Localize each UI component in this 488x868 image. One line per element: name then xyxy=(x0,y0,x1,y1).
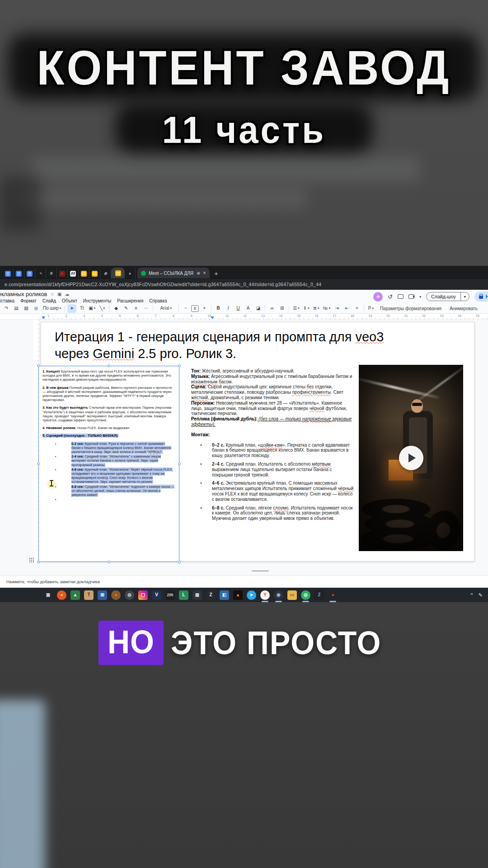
move-folder-icon[interactable]: ▣ xyxy=(57,292,61,297)
pinned-tab-s-app[interactable]: S xyxy=(46,269,57,278)
menu-инструменты[interactable]: Инструменты xyxy=(83,298,111,303)
pinned-tab-docs-1[interactable] xyxy=(3,269,14,278)
taskbar-zoom-icon[interactable]: zm xyxy=(165,590,175,600)
tray-chevron-icon[interactable]: ^ xyxy=(471,592,473,598)
slideshow-button[interactable]: Слайд-шоу ▾ xyxy=(426,292,469,301)
font-size-increase-button[interactable]: + xyxy=(200,304,209,313)
format-options-button[interactable]: Параметры форматирования xyxy=(376,306,445,311)
taskbar-disc-app-icon[interactable]: ◎ xyxy=(301,590,310,600)
resize-handle[interactable] xyxy=(108,364,110,367)
insert-comment-button[interactable]: ⊞ xyxy=(277,304,286,313)
taskbar-instagram-icon[interactable]: ▢ xyxy=(138,590,148,600)
taskbar-blue-tiles-app-icon[interactable]: ⊞ xyxy=(98,590,107,600)
clear-formatting-button[interactable]: × xyxy=(352,304,361,313)
pinned-tab-red-app[interactable]: ▪ xyxy=(57,269,68,278)
text-box-button[interactable]: Tt xyxy=(77,304,86,313)
border-color-button[interactable]: ✎ xyxy=(122,304,131,313)
formatting-menu-button[interactable]: P▾ xyxy=(366,304,375,313)
pinned-tab-globe-app[interactable]: ◍ xyxy=(100,269,111,278)
taskbar-globe-app-icon[interactable]: ◍ xyxy=(125,590,134,600)
italic-button[interactable]: I xyxy=(224,304,233,313)
numbered-list-button[interactable]: №▾ xyxy=(322,304,332,313)
paint-format-button[interactable]: ▧ xyxy=(22,304,31,313)
taskbar-yandex-browser-icon[interactable]: Y xyxy=(260,590,270,600)
line-spacing-button[interactable]: ⇕▾ xyxy=(302,304,311,313)
camera-dropdown-icon[interactable]: ▾ xyxy=(419,295,421,299)
font-family-button[interactable]: Arial▾ xyxy=(155,304,176,313)
resize-handle[interactable] xyxy=(37,561,40,563)
border-dash-button[interactable]: ⋯ xyxy=(141,304,150,313)
taskbar-z-app-2-icon[interactable]: Z xyxy=(314,590,324,600)
underline-button[interactable]: U xyxy=(234,304,243,313)
play-button[interactable] xyxy=(399,446,423,470)
pinned-tab-calendar-22[interactable]: 22 xyxy=(68,269,79,278)
taskbar-file-explorer-icon[interactable]: ▭ xyxy=(287,590,297,600)
taskbar-vlc-icon[interactable]: ▲ xyxy=(233,590,243,600)
fill-color-button[interactable]: ◆ xyxy=(112,304,121,313)
address-bar[interactable]: e.com/presentation/d/1kfyfDHPP21DwcC2-Xc… xyxy=(0,278,488,290)
comments-icon[interactable] xyxy=(398,294,404,299)
resize-handle[interactable] xyxy=(37,364,40,367)
taskbar-green-shield-app-icon[interactable]: ▲ xyxy=(70,590,80,600)
slide-video-thumbnail[interactable] xyxy=(359,365,463,551)
taskbar-chrome-icon[interactable]: ◉ xyxy=(274,590,283,600)
taskbar-task-view-icon[interactable]: ▦ xyxy=(43,590,53,600)
taskbar-bear-app-icon[interactable]: ● xyxy=(111,590,121,600)
speaker-notes[interactable]: Нажмите, чтобы добавить заметки докладчи… xyxy=(0,575,488,588)
align-button[interactable]: ☰▾ xyxy=(291,304,300,313)
taskbar-photos-app-icon[interactable]: ◧ xyxy=(220,590,229,600)
indent-increase-button[interactable]: ⇥ xyxy=(333,304,342,313)
indent-decrease-button[interactable]: ⇤ xyxy=(343,304,352,313)
border-weight-button[interactable]: ≡ xyxy=(131,304,141,313)
pinned-tab-slides-1[interactable] xyxy=(79,269,89,278)
animate-button[interactable]: Анимировать xyxy=(446,306,481,311)
menu-справка[interactable]: Справка xyxy=(149,298,167,303)
grid-handle-icon[interactable] xyxy=(29,557,34,563)
notes-divider-handle[interactable] xyxy=(252,571,269,571)
font-size-button[interactable]: 6 xyxy=(191,305,199,312)
taskbar-obs-record-icon[interactable]: ● xyxy=(328,590,338,600)
pinned-tab-slides-2[interactable] xyxy=(89,269,100,278)
menu-формат[interactable]: Формат xyxy=(20,298,37,303)
menu-объект[interactable]: Объект xyxy=(62,298,77,303)
pinned-tab-docs-2[interactable] xyxy=(14,269,24,278)
meet-camera-icon[interactable] xyxy=(408,294,414,299)
taskbar-telegram-icon[interactable]: ➤ xyxy=(247,590,256,600)
pinned-tab-wave-app[interactable]: ∿ xyxy=(35,269,46,278)
new-tab-button[interactable]: + xyxy=(210,268,223,278)
bulleted-list-button[interactable]: ≣▾ xyxy=(312,304,321,313)
insert-image-button[interactable]: ▣▾ xyxy=(87,304,97,313)
highlight-color-button[interactable]: ◪ xyxy=(253,304,263,313)
menu-вставка[interactable]: Вставка xyxy=(0,298,14,303)
taskbar-leaf-app-icon[interactable]: L xyxy=(179,590,188,600)
select-cursor-button[interactable]: ➤ xyxy=(67,304,76,313)
zoom-tool-button[interactable]: ◎ xyxy=(32,304,41,313)
taskbar-z-app-1-icon[interactable]: Z xyxy=(206,590,216,600)
taskbar-calculator-icon[interactable]: ▦ xyxy=(192,590,202,600)
left-textbox-selected[interactable]: 1. Концепт Брутальный краш-тест, где нос… xyxy=(38,366,179,562)
resize-handle[interactable] xyxy=(37,462,40,465)
tray-pen-icon[interactable]: ✎ xyxy=(479,592,483,598)
right-textbox[interactable]: Тон: Жёсткий, агрессивный и абсурдно-нау… xyxy=(191,368,354,521)
text-color-button[interactable]: A xyxy=(244,304,253,313)
menu-слайд[interactable]: Слайд xyxy=(42,298,56,303)
version-history-icon[interactable]: ↺ xyxy=(388,293,393,300)
pinned-tab-slides-current[interactable] xyxy=(111,268,125,278)
resize-handle[interactable] xyxy=(178,462,181,465)
pinned-tab-docs-3[interactable] xyxy=(24,269,35,278)
taskbar-v-app-icon[interactable]: V xyxy=(152,590,161,600)
menu-расширения[interactable]: Расширения xyxy=(117,298,143,303)
taskbar-browser-flame-icon[interactable]: ● xyxy=(57,590,66,600)
doc-title[interactable]: екламных роликов xyxy=(0,291,47,297)
star-icon[interactable]: ☆ xyxy=(50,292,54,297)
redo-button[interactable]: ↷ xyxy=(2,304,11,313)
zoom-level-button[interactable]: По шир▾ xyxy=(42,304,62,313)
pinned-tab-triangle-app[interactable]: ▲ xyxy=(125,269,136,278)
insert-line-button[interactable]: ╲▾ xyxy=(98,304,107,313)
avatar[interactable]: ✈ xyxy=(373,292,383,302)
bold-button[interactable]: B xyxy=(214,304,223,313)
print-button[interactable]: ▤ xyxy=(12,304,21,313)
resize-handle[interactable] xyxy=(178,561,181,563)
insert-link-button[interactable]: ∞ xyxy=(267,304,277,313)
tab-meet[interactable]: Meet – ССЫЛКА ДЛЯ ВСТР ◉ × xyxy=(137,268,210,278)
